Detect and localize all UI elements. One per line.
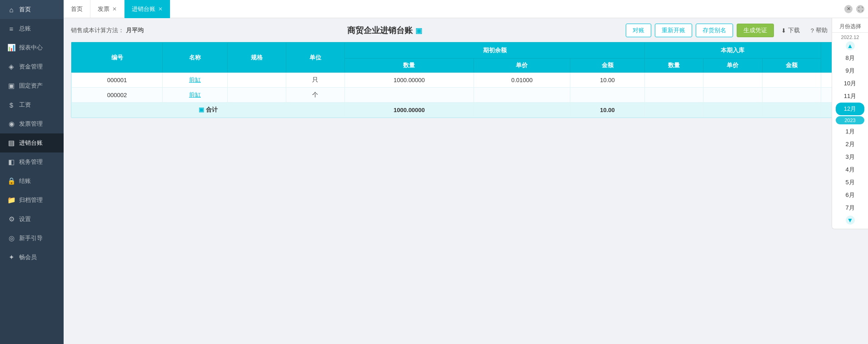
tab-purchase-sales[interactable]: 进销台账 ✕ <box>125 0 170 18</box>
month-5[interactable]: 5月 <box>832 176 868 189</box>
month-7[interactable]: 7月 <box>832 201 868 214</box>
month-3[interactable]: 3月 <box>832 151 868 163</box>
sidebar-item-assets[interactable]: ▣ 固定资产 <box>0 76 64 95</box>
guide-icon: ◎ <box>7 234 15 242</box>
month-4[interactable]: 4月 <box>832 163 868 176</box>
window-maximize-button[interactable]: ⛶ <box>856 5 864 13</box>
sales-method-value: 月平均 <box>126 27 144 34</box>
tab-purchase-sales-close[interactable]: ✕ <box>158 6 163 12</box>
total-opening-price <box>474 103 570 118</box>
home-icon: ⌂ <box>7 6 15 14</box>
tab-purchase-sales-label: 进销台账 <box>132 5 155 13</box>
sidebar-item-purchase-sales[interactable]: ▤ 进销台账 <box>0 133 64 152</box>
month-1[interactable]: 1月 <box>832 125 868 138</box>
help-button[interactable]: ? 帮助 <box>807 24 831 37</box>
ledger-icon: ≡ <box>7 25 15 33</box>
sidebar-item-ledger[interactable]: ≡ 总账 <box>0 19 64 38</box>
main-area: 首页 发票 ✕ 进销台账 ✕ ✕ ⛶ 销售成本计算方法： 月平均 商贸企业进销台… <box>64 0 868 344</box>
sidebar-label-archive: 归档管理 <box>19 196 43 204</box>
table-container: 编号 名称 规格 单位 期初余额 本期入库 数 数量 单价 金额 数量 单价 <box>71 42 861 118</box>
month-9[interactable]: 9月 <box>832 64 868 77</box>
generate-button[interactable]: 生成凭证 <box>737 24 774 37</box>
cell-opening-amount <box>570 88 644 103</box>
cell-spec <box>227 88 286 103</box>
download-button[interactable]: ⬇ 下载 <box>778 24 803 37</box>
sidebar-item-home[interactable]: ⌂ 首页 <box>0 0 64 19</box>
total-in-qty <box>645 103 703 118</box>
close-accounts-icon: 🔒 <box>7 177 15 185</box>
total-label: ▣合计 <box>72 103 345 118</box>
month-panel-title: 月份选择 <box>832 21 868 33</box>
tab-invoice-close[interactable]: ✕ <box>112 6 117 12</box>
sidebar-item-settings[interactable]: ⚙ 设置 <box>0 210 64 229</box>
month-11[interactable]: 11月 <box>832 90 868 103</box>
th-opening-balance: 期初余额 <box>345 43 645 59</box>
cell-name: 前缸 <box>163 88 227 103</box>
sidebar-item-finance[interactable]: ◈ 资金管理 <box>0 57 64 76</box>
sidebar-label-assets: 固定资产 <box>19 82 43 90</box>
sidebar-label-invoice: 发票管理 <box>19 120 43 128</box>
action-buttons: 对账 重新开账 存货别名 生成凭证 ⬇ 下载 ? 帮助 ↻ 刷新 <box>626 24 861 37</box>
cell-opening-amount: 10.00 <box>570 73 644 88</box>
sidebar-label-ledger: 总账 <box>19 25 31 33</box>
tab-bar: 首页 发票 ✕ 进销台账 ✕ ✕ ⛶ <box>64 0 868 18</box>
month-2[interactable]: 2月 <box>832 138 868 151</box>
content-header: 销售成本计算方法： 月平均 商贸企业进销台账 ▣ 对账 重新开账 存货别名 生成… <box>71 24 861 37</box>
tab-invoice-label: 发票 <box>98 5 110 13</box>
name-link[interactable]: 前缸 <box>189 76 201 83</box>
cell-opening-price <box>474 88 570 103</box>
sidebar-item-member[interactable]: ✦ 畅会员 <box>0 248 64 267</box>
total-icon: ▣ <box>199 106 204 113</box>
th-in-amount: 金额 <box>762 59 821 73</box>
window-minimize-button[interactable]: ✕ <box>844 5 853 13</box>
month-10[interactable]: 10月 <box>832 77 868 90</box>
name-link[interactable]: 前缸 <box>189 91 201 98</box>
duizhang-button[interactable]: 对账 <box>626 24 651 37</box>
assets-icon: ▣ <box>7 82 15 90</box>
sidebar-item-archive[interactable]: 📁 归档管理 <box>0 191 64 210</box>
sidebar-item-close[interactable]: 🔒 结账 <box>0 172 64 191</box>
month-panel: 月份选择 2022.12 ▲ 8月 9月 10月 11月 12月 2023 1月… <box>832 18 868 229</box>
th-code: 编号 <box>72 43 163 73</box>
cell-code: 000001 <box>72 73 163 88</box>
sidebar-item-tax[interactable]: ◧ 税务管理 <box>0 152 64 172</box>
sidebar-label-purchase-sales: 进销台账 <box>19 139 43 147</box>
month-nav-up: ▲ <box>832 40 868 52</box>
cell-spec <box>227 73 286 88</box>
month-next-button[interactable]: ▼ <box>846 216 855 225</box>
table-body: 000001 前缸 只 1000.00000 0.01000 10.00 000… <box>72 73 860 118</box>
th-in-price: 单价 <box>703 59 762 73</box>
sidebar-item-invoice-mgmt[interactable]: ◉ 发票管理 <box>0 114 64 133</box>
sidebar-item-salary[interactable]: $ 工资 <box>0 95 64 114</box>
total-opening-qty: 1000.00000 <box>345 103 474 118</box>
th-opening-price: 单价 <box>474 59 570 73</box>
month-8[interactable]: 8月 <box>832 52 868 64</box>
month-12[interactable]: 12月 <box>836 103 864 115</box>
save-alias-button[interactable]: 存货别名 <box>696 24 733 37</box>
th-period-in: 本期入库 <box>645 43 821 59</box>
archive-icon: 📁 <box>7 196 15 204</box>
sidebar-label-tax: 税务管理 <box>19 158 43 166</box>
month-6[interactable]: 6月 <box>832 189 868 201</box>
tab-home[interactable]: 首页 <box>64 0 90 18</box>
help-icon: ? <box>811 27 814 34</box>
download-label: 下载 <box>788 26 800 34</box>
reset-button[interactable]: 重新开账 <box>655 24 692 37</box>
edit-title-icon[interactable]: ▣ <box>415 26 422 35</box>
cell-code: 000002 <box>72 88 163 103</box>
sidebar-item-guide[interactable]: ◎ 新手引导 <box>0 229 64 248</box>
month-prev-button[interactable]: ▲ <box>846 41 855 50</box>
tax-icon: ◧ <box>7 158 15 166</box>
cell-opening-qty <box>345 88 474 103</box>
tab-invoice[interactable]: 发票 ✕ <box>90 0 125 18</box>
content-area: 销售成本计算方法： 月平均 商贸企业进销台账 ▣ 对账 重新开账 存货别名 生成… <box>64 18 868 344</box>
sidebar-item-reports[interactable]: 📊 报表中心 <box>0 38 64 57</box>
cell-in-amount <box>762 88 821 103</box>
sales-method: 销售成本计算方法： 月平均 <box>71 26 144 34</box>
purchase-sales-icon: ▤ <box>7 139 15 147</box>
th-spec: 规格 <box>227 43 286 73</box>
sidebar-label-salary: 工资 <box>19 101 31 109</box>
sidebar-label-guide: 新手引导 <box>19 234 43 242</box>
sales-method-label: 销售成本计算方法： <box>71 27 124 34</box>
purchase-sales-table: 编号 名称 规格 单位 期初余额 本期入库 数 数量 单价 金额 数量 单价 <box>71 42 860 118</box>
